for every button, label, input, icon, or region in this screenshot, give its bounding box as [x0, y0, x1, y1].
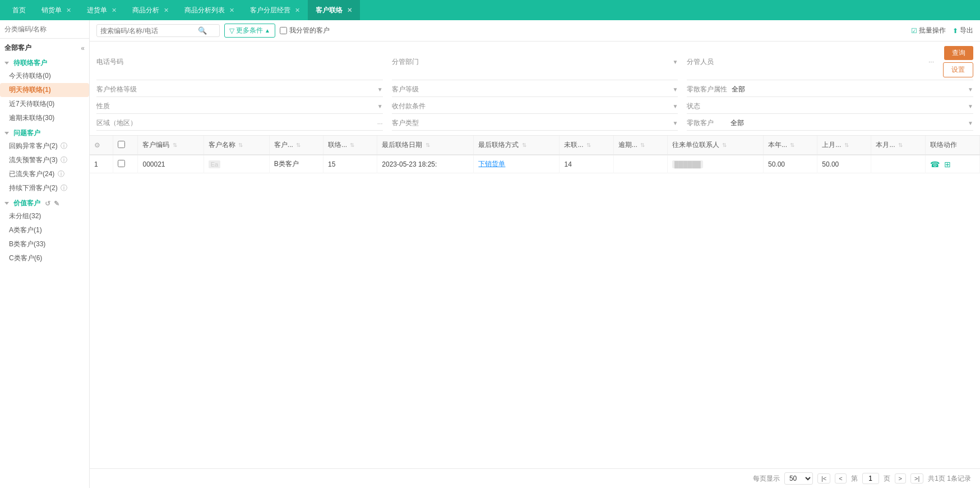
manager-input[interactable] — [731, 58, 924, 66]
prev-page-btn[interactable]: < — [835, 473, 846, 484]
next-page-btn[interactable]: > — [895, 473, 906, 484]
search-box: 🔍 — [96, 24, 220, 37]
sort-name-icon: ⇅ — [238, 142, 243, 148]
price-level-input[interactable] — [141, 86, 373, 94]
retail-customer-input[interactable] — [731, 119, 963, 127]
col-type[interactable]: 客户... ⇅ — [269, 136, 323, 155]
region-input[interactable] — [141, 119, 373, 127]
col-name[interactable]: 客户名称 ⇅ — [204, 136, 269, 155]
nav-home[interactable]: 首页 — [4, 0, 34, 20]
status-input[interactable] — [731, 103, 963, 111]
price-level-arrow[interactable]: ▼ — [377, 86, 383, 93]
nav-close-product-list[interactable]: ✕ — [229, 7, 234, 14]
sidebar-item-overdue[interactable]: 逾期未联络(30) — [0, 111, 89, 125]
filter-action-btns: 查询 设置 — [943, 46, 973, 77]
sidebar-item-declining[interactable]: 持续下滑客户(2) ⓘ — [0, 181, 89, 195]
all-customers-label: 全部客户 — [4, 43, 31, 53]
nav-product-analysis-list[interactable]: 商品分析列表 ✕ — [177, 0, 242, 20]
gear-icon[interactable]: ⚙ — [94, 141, 100, 149]
nature-input[interactable] — [140, 103, 373, 111]
cell-last-method[interactable]: 下销货单 — [474, 155, 560, 173]
filter-row-manager: 分管人员 ··· 查询 设置 — [687, 46, 973, 80]
retail-attr-label: 零散客户属性 — [687, 85, 727, 94]
batch-operation-btn[interactable]: ☑ 批量操作 — [911, 26, 946, 35]
cell-checkbox[interactable] — [113, 155, 138, 173]
sidebar-item-abnormal-repurchase[interactable]: 回购异常客户(2) ⓘ — [0, 139, 89, 153]
filter-row-region: 区域（地区） ··· — [96, 118, 383, 131]
col-last-date[interactable]: 最后联络日期 ⇅ — [377, 136, 474, 155]
customer-type-arrow[interactable]: ▼ — [672, 120, 678, 126]
nav-purchase-order[interactable]: 进货单 ✕ — [79, 0, 124, 20]
retail-attr-arrow[interactable]: ▼ — [968, 86, 973, 93]
collapse-icon[interactable]: « — [81, 44, 85, 52]
sidebar-item-class-a[interactable]: A类客户(1) — [0, 223, 89, 237]
sidebar-item-class-c[interactable]: C类客户(6) — [0, 251, 89, 265]
nature-arrow[interactable]: ▼ — [377, 103, 383, 109]
col-contacts[interactable]: 联络... ⇅ — [323, 136, 377, 155]
col-checkbox[interactable] — [113, 136, 138, 155]
page-input[interactable] — [862, 473, 879, 484]
payment-input[interactable] — [436, 103, 668, 111]
export-btn[interactable]: ⬆ 导出 — [953, 26, 973, 35]
sidebar-search-input[interactable] — [4, 25, 89, 33]
col-code[interactable]: 客户编码 ⇅ — [138, 136, 204, 155]
customer-type-input[interactable] — [436, 119, 668, 127]
filter-row-phone: 电话号码 — [96, 46, 383, 80]
col-this-month[interactable]: 本月... ⇅ — [871, 136, 925, 155]
last-page-btn[interactable]: >| — [910, 473, 923, 484]
select-all-checkbox[interactable] — [118, 141, 125, 148]
nav-close-sales[interactable]: ✕ — [66, 7, 71, 14]
sidebar-item-today[interactable]: 今天待联络(0) — [0, 69, 89, 83]
region-dots[interactable]: ··· — [377, 119, 383, 127]
customer-level-input[interactable] — [436, 86, 668, 94]
payment-arrow[interactable]: ▼ — [672, 103, 678, 109]
edit-icon[interactable]: ✎ — [54, 200, 59, 208]
filter-row-customer-type: 客户类型 ▼ — [392, 118, 678, 131]
col-overdue[interactable]: 逾期... ⇅ — [613, 136, 667, 155]
customer-type-label: 客户类型 — [392, 118, 431, 128]
col-this-year[interactable]: 本年... ⇅ — [763, 136, 817, 155]
nav-product-analysis[interactable]: 商品分析 ✕ — [124, 0, 177, 20]
sidebar-item-churned[interactable]: 已流失客户(24) ⓘ — [0, 167, 89, 181]
search-icon[interactable]: 🔍 — [198, 26, 207, 35]
status-arrow[interactable]: ▼ — [968, 103, 973, 109]
nav-customer-contact[interactable]: 客户联络 ✕ — [308, 0, 360, 20]
col-unliaison[interactable]: 未联... ⇅ — [560, 136, 613, 155]
nav-sales-order[interactable]: 销货单 ✕ — [34, 0, 79, 20]
last-method-link[interactable]: 下销货单 — [478, 160, 505, 168]
more-conditions-btn[interactable]: ▽ 更多条件 ▲ — [224, 24, 275, 38]
my-customers-checkbox[interactable] — [280, 27, 287, 34]
sidebar-item-tomorrow[interactable]: 明天待联络(1) — [0, 83, 89, 97]
settings-button[interactable]: 设置 — [943, 62, 973, 77]
phone-input[interactable] — [140, 58, 383, 66]
sidebar-item-ungrouped[interactable]: 未分组(32) — [0, 209, 89, 223]
nav-customer-tier[interactable]: 客户分层经营 ✕ — [242, 0, 308, 20]
retail-attr-input[interactable] — [732, 86, 963, 94]
nav-close-purchase[interactable]: ✕ — [112, 7, 117, 14]
sidebar-item-7days[interactable]: 近7天待联络(0) — [0, 97, 89, 111]
query-button[interactable]: 查询 — [944, 46, 973, 60]
sidebar-item-class-b[interactable]: B类客户(33) — [0, 237, 89, 251]
col-contact-person[interactable]: 往来单位联系人 ⇅ — [667, 136, 763, 155]
per-page-select[interactable]: 50 100 200 — [784, 472, 813, 485]
nav-close-product[interactable]: ✕ — [164, 7, 169, 14]
dept-input[interactable] — [436, 58, 668, 66]
phone-action-icon[interactable]: ☎ — [930, 160, 940, 169]
per-page-label: 每页显示 — [753, 474, 780, 484]
nav-close-contact[interactable]: ✕ — [347, 7, 352, 14]
my-customers-filter[interactable]: 我分管的客户 — [280, 26, 330, 35]
customer-level-arrow[interactable]: ▼ — [672, 86, 678, 93]
col-settings[interactable]: ⚙ — [90, 136, 113, 155]
col-last-month[interactable]: 上月... ⇅ — [817, 136, 871, 155]
first-page-btn[interactable]: |< — [817, 473, 830, 484]
dept-arrow-icon[interactable]: ▼ — [672, 59, 678, 65]
col-last-method[interactable]: 最后联络方式 ⇅ — [474, 136, 560, 155]
retail-customer-arrow[interactable]: ▼ — [968, 120, 973, 126]
sidebar-item-churn-warning[interactable]: 流失预警客户(3) ⓘ — [0, 153, 89, 167]
nav-close-tier[interactable]: ✕ — [295, 7, 300, 14]
refresh-icon[interactable]: ↺ — [45, 200, 50, 208]
row-checkbox[interactable] — [118, 160, 125, 167]
grid-action-icon[interactable]: ⊞ — [944, 160, 951, 169]
manager-dots-icon[interactable]: ··· — [928, 58, 934, 66]
search-input[interactable] — [100, 27, 196, 35]
